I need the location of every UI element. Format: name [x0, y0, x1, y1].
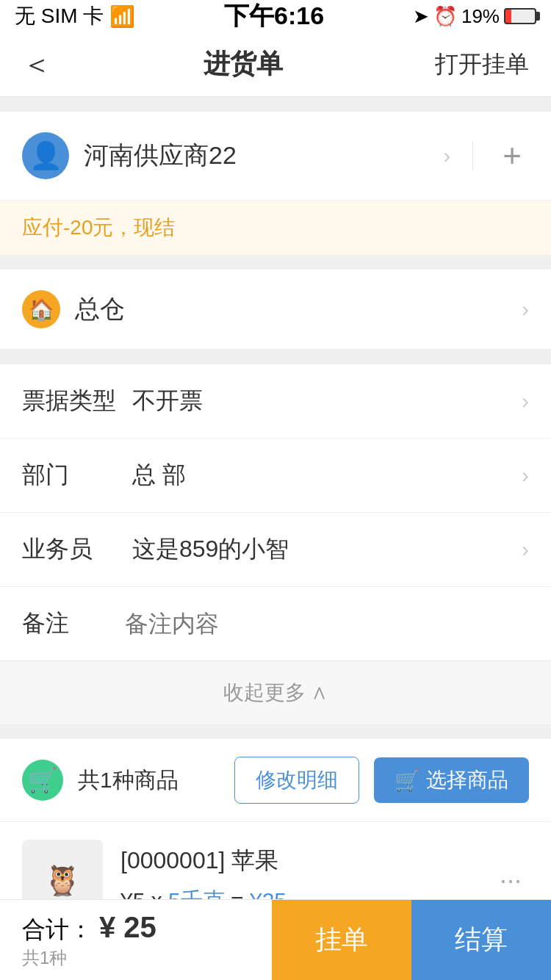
- owl-logo-icon: 🦉: [44, 863, 81, 898]
- product-count-icon: 🛒: [22, 760, 63, 801]
- supplier-row[interactable]: 👤 河南供应商22 › +: [0, 112, 551, 201]
- product-name: [0000001] 苹果: [120, 845, 492, 877]
- remark-row[interactable]: 备注: [0, 586, 551, 660]
- product-count-label: 共1种商品: [78, 765, 220, 796]
- status-right: ➤ ⏰ 19%: [413, 5, 536, 28]
- carrier-text: 无 SIM 卡: [15, 2, 104, 30]
- invoice-label: 票据类型: [22, 385, 125, 417]
- product-menu-button[interactable]: ···: [492, 857, 529, 903]
- hang-button[interactable]: 挂单: [272, 900, 411, 981]
- collapse-bar[interactable]: 收起更多 ∧: [0, 660, 551, 724]
- total-count: 共1种: [22, 946, 250, 970]
- open-hang-button[interactable]: 打开挂单: [435, 48, 529, 81]
- section-gap-1: [0, 97, 551, 112]
- battery-icon: [504, 8, 536, 24]
- warehouse-row[interactable]: 🏠 总仓 ›: [0, 270, 551, 349]
- alarm-icon: ⏰: [433, 5, 457, 28]
- dept-label: 部门: [22, 459, 125, 491]
- page-title: 进货单: [204, 46, 283, 82]
- dept-value: 总 部: [125, 459, 522, 491]
- section-gap-3: [0, 349, 551, 364]
- checkout-button[interactable]: 结算: [411, 900, 551, 981]
- status-left: 无 SIM 卡 📶: [15, 2, 135, 30]
- location-icon: ➤: [413, 5, 429, 28]
- section-gap-2: [0, 255, 551, 270]
- status-time: 下午6:16: [224, 0, 324, 33]
- status-bar: 无 SIM 卡 📶 下午6:16 ➤ ⏰ 19%: [0, 0, 551, 32]
- invoice-chevron-icon: ›: [522, 389, 529, 414]
- nav-bar: ＜ 进货单 打开挂单: [0, 32, 551, 97]
- products-header: 🛒 共1种商品 修改明细 🛒 选择商品: [0, 739, 551, 821]
- total-line: 合计： ¥ 25: [22, 911, 250, 946]
- battery-text: 19%: [461, 5, 500, 28]
- form-card: 票据类型 不开票 › 部门 总 部 › 业务员 这是859的小智 › 备注 收起…: [0, 364, 551, 724]
- add-supplier-button[interactable]: +: [495, 137, 529, 174]
- back-button[interactable]: ＜: [22, 44, 51, 84]
- supplier-avatar: 👤: [22, 132, 69, 179]
- warehouse-card: 🏠 总仓 ›: [0, 270, 551, 349]
- select-product-label: 选择商品: [426, 766, 508, 794]
- house-icon: 🏠: [29, 298, 54, 322]
- staff-row[interactable]: 业务员 这是859的小智 ›: [0, 512, 551, 586]
- supplier-divider: [472, 141, 473, 170]
- invoice-value: 不开票: [125, 385, 522, 417]
- supplier-name: 河南供应商22: [84, 139, 443, 173]
- modify-detail-button[interactable]: 修改明细: [234, 757, 359, 804]
- total-label: 合计：: [22, 916, 93, 943]
- warehouse-icon: 🏠: [22, 290, 60, 328]
- warehouse-name: 总仓: [75, 292, 522, 326]
- supplier-chevron-icon: ›: [443, 143, 450, 168]
- invoice-row[interactable]: 票据类型 不开票 ›: [0, 364, 551, 438]
- supplier-card: 👤 河南供应商22 › + 应付-20元，现结: [0, 112, 551, 255]
- bottom-bar: 合计： ¥ 25 共1种 挂单 结算: [0, 899, 551, 980]
- staff-chevron-icon: ›: [522, 537, 529, 562]
- warehouse-chevron-icon: ›: [522, 297, 529, 322]
- product-code: [0000001]: [120, 847, 225, 873]
- total-amount: ¥ 25: [99, 911, 156, 943]
- staff-value: 这是859的小智: [125, 533, 522, 566]
- section-gap-4: [0, 724, 551, 739]
- avatar-icon: 👤: [29, 140, 62, 171]
- remark-label: 备注: [22, 608, 125, 640]
- remark-input[interactable]: [125, 610, 529, 638]
- total-section: 合计： ¥ 25 共1种: [0, 911, 272, 970]
- dept-row[interactable]: 部门 总 部 ›: [0, 438, 551, 512]
- dept-chevron-icon: ›: [522, 463, 529, 488]
- select-product-button[interactable]: 🛒 选择商品: [374, 757, 529, 803]
- staff-label: 业务员: [22, 533, 125, 566]
- wifi-icon: 📶: [109, 4, 135, 29]
- owl-icon: 🛒: [28, 766, 57, 794]
- supplier-notice: 应付-20元，现结: [0, 201, 551, 255]
- product-title: 苹果: [231, 847, 278, 873]
- cart-icon: 🛒: [395, 768, 420, 793]
